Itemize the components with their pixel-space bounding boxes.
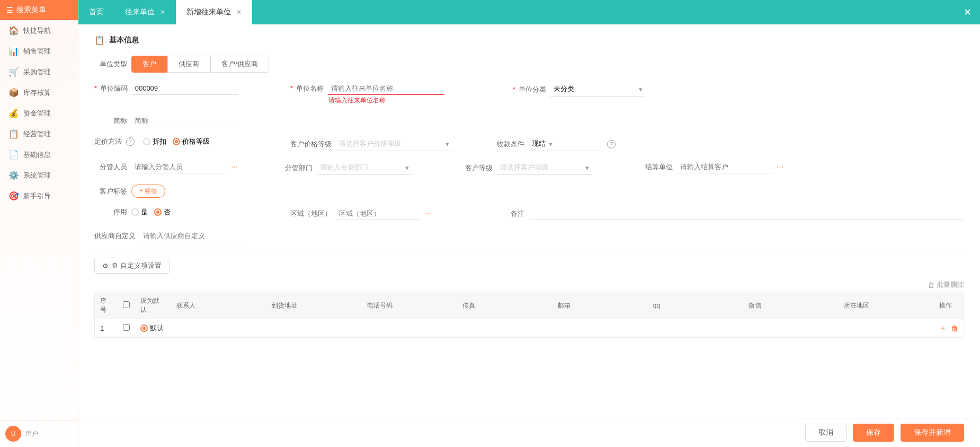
batch-delete-label[interactable]: 批量删除 [937,280,964,290]
delete-icon: 🗑 [928,281,934,289]
search-menu[interactable]: ☰ 搜索菜单 [0,0,78,20]
disabled-yes-radio[interactable]: 是 [131,207,148,217]
manager-more-button[interactable]: ··· [229,162,240,172]
settlement-unit-more-button[interactable]: ··· [774,162,786,172]
sidebar-label-basic: 基础信息 [23,150,51,160]
tab-close-add-partner[interactable]: ✕ [236,8,242,16]
code-name-category-row: * 单位编码 * 单位名称 请输入往来单位名称 * [94,82,964,105]
sidebar-item-basic[interactable]: 📄 基础信息 [0,144,78,165]
manager-input[interactable] [131,161,227,173]
col-header-phone: 电话号码 [362,292,457,319]
tab-close-partner-list[interactable]: ✕ [160,8,165,16]
customer-level-select[interactable]: 请选择客户等级 ▾ [497,161,592,175]
region-more-button[interactable]: ··· [423,209,434,218]
quick-nav-icon: 🏠 [8,25,19,36]
department-arrow: ▾ [405,164,409,172]
region-label: 区域（地区） [290,209,336,218]
customer-level-arrow: ▾ [585,164,589,172]
row-delete-0[interactable]: 🗑 [951,323,958,333]
payment-terms-field: 收款条件 现结 ▾ ? [492,137,703,151]
tab-add-partner[interactable]: 新增往来单位✕ [176,0,252,24]
sidebar-label-finance: 资金管理 [23,109,51,118]
region-field: 区域（地区） ··· [290,207,492,220]
short-name-field: 简称 [94,115,290,127]
sidebar-item-sales[interactable]: 📊 销售管理 [0,41,78,62]
sidebar-item-operation[interactable]: 📋 经营管理 [0,124,78,144]
sidebar-item-system[interactable]: ⚙️ 系统管理 [0,165,78,186]
sidebar-item-quick-nav[interactable]: 🏠 快捷导航 [0,20,78,41]
unit-category-select[interactable]: 未分类 ▾ [550,82,646,97]
disabled-no-radio[interactable]: 否 [154,207,171,217]
operation-icon: 📋 [8,129,19,139]
unit-category-value: 未分类 [554,84,574,94]
tab-label-partner-list: 往来单位 [125,7,155,17]
unit-type-row: 单位类型 客户供应商客户/供应商 [94,56,964,73]
row-wechat-0[interactable] [749,325,833,332]
sidebar-item-finance[interactable]: 💰 资金管理 [0,103,78,124]
custom-settings-button[interactable]: ⚙ ⚙ 自定义项设置 [94,258,170,274]
short-name-input[interactable] [131,115,237,127]
pricing-level-radio[interactable]: 价格等级 [173,137,210,146]
sidebar-item-guide[interactable]: 🎯 新手引导 [0,186,78,206]
sidebar-bottom: U 用户 [0,420,78,447]
sidebar-label-system: 系统管理 [23,171,51,180]
pricing-help-icon[interactable]: ? [126,137,135,146]
manager-label: 分管人员 [94,162,131,172]
row-fax-0[interactable] [462,325,547,332]
tab-partner-list[interactable]: 往来单位✕ [114,0,176,24]
save-new-button[interactable]: 保存并新增 [901,424,964,442]
add-tag-button[interactable]: + 标签 [131,185,165,198]
disabled-yes-circle [131,208,139,216]
search-icon: ☰ [6,6,13,14]
cancel-button[interactable]: 取消 [805,424,847,442]
section-title: 📋 基本信息 [94,35,964,45]
region-input[interactable] [336,207,421,220]
department-select[interactable]: 请输入分管部门 ▾ [317,161,412,175]
tab-home[interactable]: 首页 [78,0,114,24]
sidebar-item-purchase[interactable]: 🛒 采购管理 [0,62,78,82]
row-phone-0[interactable] [367,325,452,332]
footer: 取消 保存 保存并新增 [78,418,980,447]
select-all-checkbox[interactable] [123,301,130,308]
unit-name-input[interactable] [328,82,444,95]
row-checkbox-0[interactable] [123,324,130,331]
sidebar-item-inventory[interactable]: 📦 库存核算 [0,82,78,103]
disabled-no-circle [154,208,162,216]
payment-terms-label: 收款条件 [492,139,529,149]
payment-terms-select[interactable]: 现结 ▾ [529,137,603,151]
disabled-no-dot [156,211,159,214]
manager-row: 分管人员 ··· 分管部门 请输入分管部门 ▾ 客户等级 请选择客户等级 ▾ [94,161,964,175]
unit-category-field: * 单位分类 未分类 ▾ [513,82,725,97]
disabled-label: 停用 [94,207,131,217]
row-area-0[interactable] [844,325,929,332]
disabled-radio-group: 是 否 [131,207,171,217]
pricing-method-radio-group: 折扣 价格等级 [143,137,210,146]
row-default-0[interactable]: 默认 [140,323,165,333]
pricing-row: 定价方法 ? 折扣 价格等级 [94,137,964,151]
divider [94,252,964,252]
settlement-unit-input[interactable] [677,161,772,173]
unit-code-input[interactable] [132,82,238,95]
remark-input[interactable] [529,207,964,220]
row-contact-0[interactable] [176,325,261,332]
unit-type-both-button[interactable]: 客户/供应商 [210,56,269,73]
row-email-0[interactable] [558,325,643,332]
customer-price-level-arrow: ▾ [446,140,449,148]
unit-category-arrow: ▾ [639,85,643,93]
table-row: 1 默认 ＋ 🗑 [95,319,964,338]
unit-type-supplier-button[interactable]: 供应商 [167,56,210,73]
pricing-discount-radio[interactable]: 折扣 [143,137,166,146]
payment-terms-help-icon[interactable]: ? [607,140,616,148]
discount-radio-label: 折扣 [153,137,166,146]
guide-icon: 🎯 [8,191,19,201]
main-area: 首页往来单位✕新增往来单位✕ ✕ 📋 基本信息 单位类型 客户供应商客户/供应商… [78,0,980,447]
save-button[interactable]: 保存 [853,424,894,442]
row-address-0[interactable] [272,325,357,332]
supplier-custom-input[interactable] [140,230,246,242]
row-add-0[interactable]: ＋ [939,323,947,333]
window-close-button[interactable]: ✕ [955,6,980,18]
unit-type-label: 单位类型 [94,59,131,69]
customer-price-level-select[interactable]: 请选择客户价格等级 ▾ [336,137,452,151]
unit-type-customer-button[interactable]: 客户 [131,56,167,73]
row-qq-0[interactable] [653,325,738,332]
